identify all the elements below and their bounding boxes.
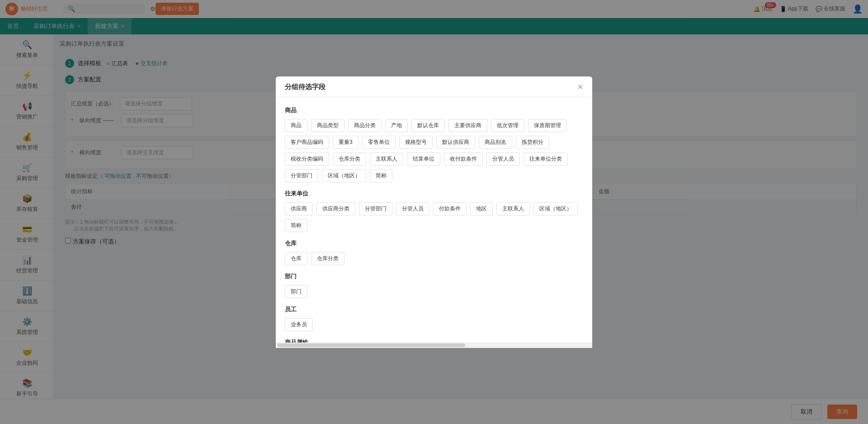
field-tag[interactable]: 主要供应商	[448, 119, 487, 132]
field-tag[interactable]: 业务员	[285, 318, 313, 331]
modal-body: 商品商品商品类型商品分类产地默认仓库主要供应商批次管理保质期管理客户商品编码重量…	[276, 97, 592, 343]
field-tag[interactable]: 往来单位分类	[524, 152, 568, 166]
section-title-员工: 员工	[285, 305, 583, 314]
field-tag[interactable]: 付款条件	[433, 202, 467, 215]
section-title-仓库: 仓库	[285, 239, 583, 248]
horizontal-scrollbar[interactable]	[276, 343, 592, 348]
field-tag[interactable]: 简称	[370, 169, 392, 182]
field-tag[interactable]: 产地	[385, 119, 408, 132]
field-tag[interactable]: 仓库分类	[311, 252, 344, 265]
field-tag[interactable]: 商品	[285, 119, 307, 132]
field-tag[interactable]: 税收分类编码	[285, 152, 329, 166]
field-tag[interactable]: 默认供应商	[436, 136, 475, 149]
field-tag[interactable]: 规格型号	[399, 136, 433, 149]
field-grid-仓库: 仓库仓库分类	[285, 252, 583, 265]
field-grid-商品: 商品商品类型商品分类产地默认仓库主要供应商批次管理保质期管理客户商品编码重量3零…	[285, 119, 583, 182]
field-tag[interactable]: 保质期管理	[528, 119, 567, 132]
field-tag[interactable]: 商品分类	[348, 119, 382, 132]
field-tag[interactable]: 简称	[285, 219, 307, 232]
field-tag[interactable]: 区域（地区）	[533, 202, 578, 215]
field-tag[interactable]: 分管部门	[285, 169, 318, 182]
field-grid-往来单位: 供应商供应商分类分管部门分管人员付款条件地区主联系人区域（地区）简称	[285, 202, 583, 232]
scroll-thumb	[278, 343, 465, 347]
field-grid-部门: 部门	[285, 285, 583, 298]
modal-overlay: 分组待选字段 ✕ 商品商品商品类型商品分类产地默认仓库主要供应商批次管理保质期管…	[0, 0, 868, 424]
field-tag[interactable]: 主联系人	[496, 202, 530, 215]
field-tag[interactable]: 收付款条件	[444, 152, 483, 166]
field-tag[interactable]: 主联系人	[370, 152, 403, 166]
section-title-商品: 商品	[285, 106, 583, 114]
field-tag[interactable]: 区域（地区）	[322, 169, 366, 182]
field-tag[interactable]: 分管人员	[486, 152, 520, 166]
modal-header: 分组待选字段 ✕	[276, 76, 592, 97]
field-tag[interactable]: 仓库	[285, 252, 307, 265]
field-tag[interactable]: 商品类型	[311, 119, 344, 132]
field-tag[interactable]: 仓库分类	[333, 152, 366, 166]
section-title-商品属性: 商品属性	[285, 338, 583, 343]
field-tag[interactable]: 部门	[285, 285, 307, 298]
field-tag[interactable]: 供应商分类	[316, 202, 355, 215]
field-tag[interactable]: 拣货积分	[516, 136, 549, 149]
section-title-往来单位: 往来单位	[285, 190, 583, 198]
modal-title: 分组待选字段	[285, 83, 326, 91]
field-grid-员工: 业务员	[285, 318, 583, 331]
field-tag[interactable]: 批次管理	[491, 119, 524, 132]
field-tag[interactable]: 供应商	[285, 202, 313, 215]
field-tag[interactable]: 结算单位	[407, 152, 440, 166]
field-tag[interactable]: 重量3	[333, 136, 359, 149]
field-tag[interactable]: 客户商品编码	[285, 136, 329, 149]
field-tag[interactable]: 分管人员	[396, 202, 429, 215]
section-title-部门: 部门	[285, 272, 583, 281]
modal-close-button[interactable]: ✕	[577, 83, 583, 91]
field-select-modal: 分组待选字段 ✕ 商品商品商品类型商品分类产地默认仓库主要供应商批次管理保质期管…	[276, 76, 592, 348]
field-tag[interactable]: 默认仓库	[411, 119, 445, 132]
field-tag[interactable]: 地区	[470, 202, 493, 215]
field-tag[interactable]: 商品别名	[479, 136, 512, 149]
field-tag[interactable]: 零售单位	[362, 136, 396, 149]
field-tag[interactable]: 分管部门	[359, 202, 392, 215]
